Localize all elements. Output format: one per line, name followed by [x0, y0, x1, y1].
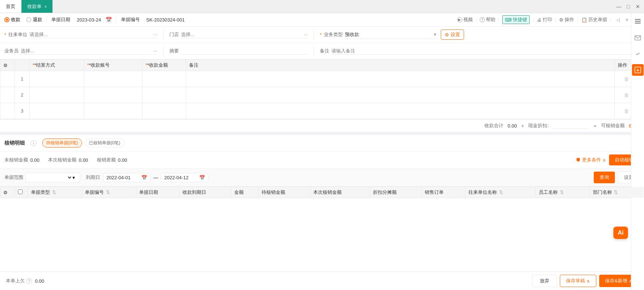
remark-field: 备注 — [320, 47, 640, 55]
abandon-button[interactable]: 放弃 — [532, 275, 557, 287]
biz-type-field: * 业务类型 预收款 ▾ — [320, 31, 436, 39]
calendar-end-icon[interactable]: 📅 — [199, 175, 205, 180]
video-action[interactable]: ▶ 视频 — [457, 16, 473, 23]
minimize-button[interactable]: — — [616, 3, 622, 10]
sub-col-duedate: 收款到期日 — [180, 187, 231, 198]
staff-input[interactable] — [21, 48, 152, 54]
diff-value: 0.00 — [118, 157, 127, 163]
store-input[interactable] — [181, 32, 303, 37]
more-conditions-label: 更多条件 — [582, 157, 601, 163]
stat-this-verify: 本次核销金额 0.00 — [48, 157, 88, 163]
diff-label: 核销差额 — [97, 157, 116, 163]
save-draft-button[interactable]: 保存草稿 ∧ — [560, 275, 596, 287]
bottom-info-icon[interactable]: ? — [26, 278, 32, 284]
row-settle-3[interactable] — [30, 103, 84, 119]
grid-layout-btn[interactable]: ≡ — [623, 16, 631, 24]
sub-col-counterpart: 往来单位名称 ⇅ — [465, 187, 535, 198]
sub-col-salesorder: 销售订单 — [422, 187, 466, 198]
row-remark-3[interactable] — [186, 103, 615, 119]
history-label: 历史单据 — [588, 16, 607, 23]
staff-input-wrap: ··· — [21, 47, 157, 55]
sub-col-checkbox[interactable] — [15, 187, 28, 198]
calendar-start-icon[interactable]: 📅 — [141, 175, 147, 180]
sidebar-table-icon[interactable] — [632, 16, 644, 28]
sub-col-thisverify: 本次核销金额 — [310, 187, 370, 198]
close-button[interactable]: ✕ — [635, 3, 641, 10]
print-label: 打印 — [543, 16, 552, 23]
delete-icon-3[interactable]: 🗑 — [624, 108, 629, 114]
row-account-2[interactable] — [84, 87, 142, 103]
verify-info-icon[interactable]: i — [31, 140, 36, 146]
shortcut-label: 快捷键 — [513, 16, 527, 23]
sort-icon-staff[interactable]: ⇅ — [560, 189, 564, 195]
row-account-1[interactable] — [84, 71, 142, 87]
print-action[interactable]: 🖨 打印 — [537, 16, 552, 23]
date-end-input[interactable] — [164, 175, 197, 180]
settings-button[interactable]: ⚙ 设置 — [441, 30, 464, 40]
history-action[interactable]: 📋 历史单据 — [581, 16, 607, 23]
sort-icon-type[interactable]: ⇅ — [52, 189, 56, 195]
date-start-input[interactable] — [106, 175, 139, 180]
done-tab[interactable]: 已核销单据(0笔) — [85, 138, 125, 148]
remark-input[interactable] — [331, 48, 640, 54]
select-all-checkbox[interactable] — [18, 189, 23, 194]
help-action[interactable]: ? 帮助 — [480, 16, 495, 23]
list-layout-btn[interactable]: ◁ — [614, 16, 622, 24]
sidebar-expand-icon[interactable] — [632, 64, 644, 76]
summary-input[interactable] — [181, 48, 308, 54]
unverified-label: 未核销金额 — [4, 157, 28, 163]
pending-tab[interactable]: 待核销单据(0笔) — [42, 138, 82, 148]
refund-radio-label: 退款 — [33, 16, 42, 23]
row-remark-2[interactable] — [186, 87, 615, 103]
range-select[interactable] — [29, 175, 72, 181]
row-account-3[interactable] — [84, 103, 142, 119]
ai-badge[interactable]: Ai — [613, 227, 628, 239]
sort-icon-docnum[interactable]: ⇅ — [106, 189, 110, 195]
biz-type-label: 业务类型 — [324, 31, 343, 38]
row-amount-3[interactable] — [142, 103, 186, 119]
row-amount-2[interactable] — [142, 87, 186, 103]
equals-sign: = — [594, 123, 597, 129]
operate-action[interactable]: ⚙ 操作 — [559, 16, 574, 23]
calendar-icon[interactable]: 📅 — [106, 17, 112, 23]
row-amount-1[interactable] — [142, 71, 186, 87]
row-settle-2[interactable] — [30, 87, 84, 103]
row-settings-1 — [0, 71, 15, 87]
more-conditions-btn[interactable]: ⛊ 更多条件 ∧ — [576, 157, 606, 163]
staff-more-btn[interactable]: ··· — [154, 48, 157, 54]
video-label: 视频 — [463, 16, 473, 23]
maximize-button[interactable]: □ — [625, 3, 632, 10]
sort-icon-dept[interactable]: ⇅ — [614, 189, 618, 195]
query-button[interactable]: 查询 — [594, 172, 615, 183]
doc-num-label: 单据编号 — [121, 16, 140, 23]
receipt-radio[interactable]: 收款 — [4, 16, 20, 23]
delete-icon-1[interactable]: 🗑 — [624, 76, 629, 82]
sidebar-mail-icon[interactable] — [632, 32, 644, 44]
required-star-2: * — [320, 32, 322, 38]
discount-input[interactable] — [553, 123, 589, 129]
tab-home[interactable]: 首页 — [0, 0, 21, 13]
refund-radio[interactable]: 退款 — [26, 16, 42, 23]
counterpart-input[interactable] — [30, 32, 152, 37]
tab-close-icon[interactable]: × — [44, 4, 47, 9]
range-select-wrap: ▾ — [25, 173, 80, 183]
sub-col-settings[interactable]: ⚙ — [0, 187, 15, 198]
this-verify-value: 0.00 — [79, 157, 88, 163]
counterpart-label: 往来单位 — [8, 31, 27, 38]
biz-type-dropdown-icon[interactable]: ▾ — [434, 32, 436, 37]
doc-num-value: SK-20230324-001 — [146, 17, 185, 23]
col-settings-header[interactable]: ⚙ — [0, 60, 15, 71]
delete-icon-2[interactable]: 🗑 — [624, 92, 629, 98]
shortcut-action[interactable]: ⌨ 快捷键 — [502, 15, 530, 24]
row-settle-1[interactable] — [30, 71, 84, 87]
counterpart-more-btn[interactable]: ··· — [154, 32, 157, 37]
store-more-btn[interactable]: ··· — [304, 32, 308, 37]
table-row: 2 🗑 ⧉ — [0, 87, 644, 103]
tab-receipt[interactable]: 收款单 × — [21, 0, 53, 13]
row-remark-1[interactable] — [186, 71, 615, 87]
sort-icon-counterpart[interactable]: ⇅ — [499, 189, 503, 195]
save-new-label: 保存&新增 — [605, 278, 627, 284]
draft-chevron-icon: ∧ — [586, 278, 590, 284]
date-end-wrap: 📅 — [161, 173, 208, 182]
sidebar-link-icon[interactable] — [632, 48, 644, 60]
